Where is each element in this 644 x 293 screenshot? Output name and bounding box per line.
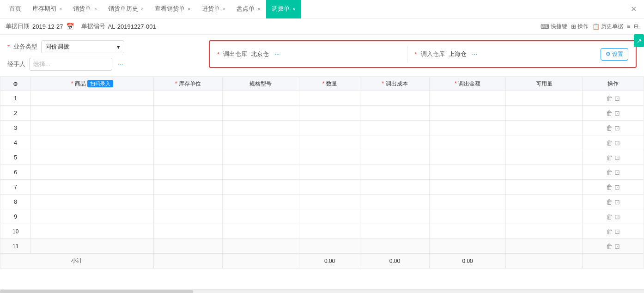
tab-purchase-order[interactable]: 进货单 × (196, 0, 231, 18)
copy-icon-4[interactable]: ⊡ (614, 139, 620, 146)
tab-transfer-order[interactable]: 调拨单 × (266, 0, 301, 18)
copy-icon-8[interactable]: ⊡ (614, 198, 620, 206)
cell-amount-1[interactable] (429, 91, 506, 106)
delete-icon-11[interactable]: 🗑 (606, 243, 613, 250)
close-inventory-check[interactable]: × (257, 6, 260, 12)
tab-view-sales[interactable]: 查看销货单 × (149, 0, 196, 18)
cell-unit-10[interactable] (153, 224, 222, 239)
date-value[interactable]: 2019-12-27 (32, 23, 63, 30)
copy-icon-6[interactable]: ⊡ (614, 169, 620, 176)
business-type-select[interactable]: 同价调拨 ▾ (41, 40, 124, 53)
cell-unit-4[interactable] (153, 135, 222, 150)
copy-icon-3[interactable]: ⊡ (614, 124, 620, 132)
cell-qty-5[interactable] (299, 150, 360, 165)
cell-goods-5[interactable] (31, 150, 153, 165)
shortcuts-button[interactable]: ⌨ 快捷键 (541, 23, 567, 31)
cell-unit-9[interactable] (153, 209, 222, 224)
cell-cost-7[interactable] (360, 180, 429, 195)
cell-goods-6[interactable] (31, 165, 153, 180)
cell-amount-4[interactable] (429, 135, 506, 150)
cell-qty-3[interactable] (299, 121, 360, 135)
copy-icon-2[interactable]: ⊡ (614, 110, 620, 117)
close-purchase-order[interactable]: × (223, 6, 225, 12)
cell-amount-2[interactable] (429, 106, 506, 121)
cell-cost-9[interactable] (360, 209, 429, 224)
cell-amount-11[interactable] (429, 239, 506, 254)
cell-unit-7[interactable] (153, 180, 222, 195)
cell-cost-1[interactable] (360, 91, 429, 106)
cell-goods-4[interactable] (31, 135, 153, 150)
close-view-sales[interactable]: × (188, 6, 190, 12)
cell-qty-7[interactable] (299, 180, 360, 195)
cell-amount-6[interactable] (429, 165, 506, 180)
delete-icon-10[interactable]: 🗑 (606, 228, 613, 235)
delete-icon-2[interactable]: 🗑 (606, 110, 613, 117)
tab-inventory-init[interactable]: 库存期初 × (27, 0, 67, 18)
cell-qty-11[interactable] (299, 239, 360, 254)
close-sales-order[interactable]: × (94, 6, 97, 12)
cell-cost-6[interactable] (360, 165, 429, 180)
cell-amount-10[interactable] (429, 224, 506, 239)
tab-sales-history[interactable]: 销货单历史 × (103, 0, 149, 18)
cell-unit-1[interactable] (153, 91, 222, 106)
cell-goods-10[interactable] (31, 224, 153, 239)
horizontal-scrollbar[interactable] (0, 289, 644, 293)
cell-goods-1[interactable] (31, 91, 153, 106)
cell-qty-6[interactable] (299, 165, 360, 180)
history-button[interactable]: 📋 历史单据 (592, 23, 623, 31)
cell-spec-8[interactable] (222, 195, 299, 209)
cell-spec-3[interactable] (222, 121, 299, 135)
cell-qty-4[interactable] (299, 135, 360, 150)
cell-unit-11[interactable] (153, 239, 222, 254)
sidebar-list-icon[interactable]: ≡ (634, 20, 644, 33)
cell-spec-7[interactable] (222, 180, 299, 195)
cell-unit-3[interactable] (153, 121, 222, 135)
tab-inventory-check[interactable]: 盘点单 × (231, 0, 266, 18)
scrollbar-thumb[interactable] (0, 290, 193, 293)
copy-icon-11[interactable]: ⊡ (614, 243, 620, 250)
cell-qty-2[interactable] (299, 106, 360, 121)
delete-icon-5[interactable]: 🗑 (606, 154, 613, 161)
cell-unit-8[interactable] (153, 195, 222, 209)
cell-spec-4[interactable] (222, 135, 299, 150)
cell-spec-5[interactable] (222, 150, 299, 165)
cell-spec-10[interactable] (222, 224, 299, 239)
copy-icon-9[interactable]: ⊡ (614, 213, 620, 220)
cell-spec-2[interactable] (222, 106, 299, 121)
cell-spec-11[interactable] (222, 239, 299, 254)
handler-more-btn[interactable]: ··· (118, 61, 123, 68)
copy-icon-1[interactable]: ⊡ (614, 95, 620, 102)
cell-amount-7[interactable] (429, 180, 506, 195)
scan-button[interactable]: 扫码录入 (87, 80, 113, 87)
cell-cost-2[interactable] (360, 106, 429, 121)
copy-icon-7[interactable]: ⊡ (614, 183, 620, 191)
copy-icon-10[interactable]: ⊡ (614, 228, 620, 235)
cell-cost-3[interactable] (360, 121, 429, 135)
cell-goods-8[interactable] (31, 195, 153, 209)
delete-icon-1[interactable]: 🗑 (606, 95, 613, 102)
cell-goods-9[interactable] (31, 209, 153, 224)
delete-icon-7[interactable]: 🗑 (606, 183, 613, 191)
cell-unit-2[interactable] (153, 106, 222, 121)
cell-spec-9[interactable] (222, 209, 299, 224)
cell-amount-5[interactable] (429, 150, 506, 165)
delete-icon-8[interactable]: 🗑 (606, 198, 613, 206)
cell-qty-8[interactable] (299, 195, 360, 209)
settings-button[interactable]: ⚙ 设置 (601, 48, 628, 61)
cell-qty-10[interactable] (299, 224, 360, 239)
cell-cost-10[interactable] (360, 224, 429, 239)
cell-cost-8[interactable] (360, 195, 429, 209)
cell-goods-2[interactable] (31, 106, 153, 121)
cell-goods-11[interactable] (31, 239, 153, 254)
delete-icon-6[interactable]: 🗑 (606, 169, 613, 176)
cell-spec-1[interactable] (222, 91, 299, 106)
cell-unit-5[interactable] (153, 150, 222, 165)
delete-icon-3[interactable]: 🗑 (606, 124, 613, 132)
in-warehouse-value[interactable]: 上海仓 (449, 50, 467, 58)
cell-goods-7[interactable] (31, 180, 153, 195)
cell-amount-9[interactable] (429, 209, 506, 224)
calendar-icon[interactable]: 📅 (66, 23, 74, 30)
window-close-button[interactable]: ✕ (627, 5, 640, 13)
copy-icon-5[interactable]: ⊡ (614, 154, 620, 161)
tab-home[interactable]: 首页 (4, 0, 27, 18)
